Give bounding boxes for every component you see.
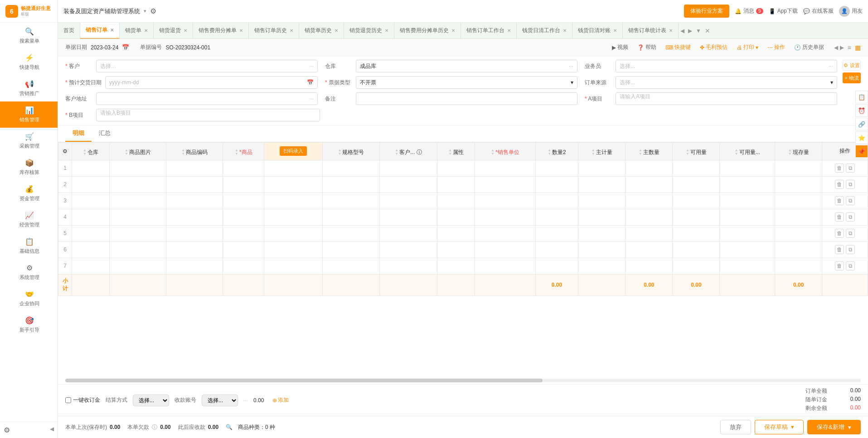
sidebar-item-search[interactable]: 🔍 搜索菜单 — [0, 23, 58, 49]
col-stock[interactable]: ▲▼ 现存量 — [775, 143, 822, 160]
tab-order-history[interactable]: 销售订单历史 ✕ — [249, 23, 299, 39]
sidebar-item-finance[interactable]: 💰 资金管理 — [0, 180, 58, 207]
delete-row-icon[interactable]: 🗑 — [835, 180, 844, 189]
col-main-qty[interactable]: ▲▼ 主数量 — [626, 143, 673, 160]
rf-btn-1[interactable]: 📋 — [855, 91, 868, 103]
sidebar-item-collab[interactable]: 🤝 企业协同 — [0, 285, 58, 312]
system-name-chevron[interactable]: ▾ — [144, 8, 146, 14]
data-cell[interactable] — [166, 241, 223, 258]
scan-button[interactable]: 扫码录入 — [280, 146, 307, 156]
col-scan[interactable]: 扫码录入 — [264, 143, 323, 160]
data-cell[interactable] — [475, 193, 536, 209]
data-cell[interactable] — [578, 160, 626, 176]
tab-fee-history[interactable]: 销售费用分摊单历史 ✕ — [394, 23, 461, 39]
rf-btn-2[interactable]: ⏰ — [855, 104, 868, 117]
plan-button[interactable]: 体验行业方案 — [684, 5, 729, 18]
col-customer-code[interactable]: ▲▼ 客户... ⓘ — [379, 143, 437, 160]
action-print[interactable]: 🖨 打印 ▾ — [734, 43, 761, 52]
col-image[interactable]: ▲▼ 商品图片 — [109, 143, 166, 160]
sidebar-item-operations[interactable]: 📈 经营管理 — [0, 207, 58, 233]
payment-method-select[interactable]: 选择... — [133, 395, 169, 406]
data-cell[interactable] — [720, 209, 775, 225]
data-cell[interactable] — [475, 258, 536, 274]
tab-close-icon[interactable]: ✕ — [563, 28, 567, 33]
tab-return-history[interactable]: 销货退货历史 ✕ — [344, 23, 394, 39]
data-cell[interactable] — [437, 241, 475, 258]
data-cell[interactable] — [437, 225, 475, 241]
data-cell[interactable] — [775, 160, 822, 176]
data-cell[interactable] — [379, 225, 437, 241]
tab-summary[interactable]: 汇总 — [92, 125, 118, 142]
data-cell[interactable] — [535, 258, 578, 274]
data-cell[interactable] — [578, 176, 626, 193]
col-product[interactable]: ▲▼ *商品 — [223, 143, 264, 160]
data-cell[interactable] — [673, 209, 720, 225]
sidebar-collapse-icon[interactable]: ◀ — [50, 426, 54, 434]
data-cell[interactable] — [72, 193, 110, 209]
data-cell[interactable] — [578, 193, 626, 209]
add-payment-button[interactable]: ⊕ 添加 — [272, 396, 289, 404]
data-cell[interactable] — [379, 193, 437, 209]
data-cell[interactable] — [673, 193, 720, 209]
invoice-select[interactable]: 不开票 ▾ — [356, 76, 577, 89]
user-avatar[interactable]: 👤 用友 — [839, 6, 863, 17]
data-cell[interactable] — [626, 209, 673, 225]
tab-close-icon[interactable]: ✕ — [451, 28, 455, 33]
data-cell[interactable] — [72, 241, 110, 258]
col-attr[interactable]: ▲▼ 属性 — [437, 143, 475, 160]
col-qty2[interactable]: ▲▼ 数量2 — [535, 143, 578, 160]
calendar-icon[interactable]: 📅 — [122, 44, 129, 51]
data-cell[interactable] — [535, 193, 578, 209]
delete-row-icon[interactable]: 🗑 — [835, 212, 844, 221]
data-cell[interactable] — [166, 176, 223, 193]
tab-daily-workbench[interactable]: 钱货日清工作台 ✕ — [517, 23, 572, 39]
action-ops[interactable]: ⋯ 操作 — [765, 43, 788, 52]
table-scrollbar[interactable] — [65, 379, 861, 382]
tab-close-icon[interactable]: ✕ — [144, 28, 148, 33]
sidebar-item-system[interactable]: ⚙ 系统管理 — [0, 259, 58, 285]
header-nav-prev[interactable]: ◀ — [834, 44, 838, 51]
col-avail-qty2[interactable]: ▲▼ 可用量... — [720, 143, 775, 160]
data-cell[interactable] — [437, 176, 475, 193]
data-cell[interactable] — [673, 241, 720, 258]
data-cell[interactable] — [720, 193, 775, 209]
data-cell[interactable] — [379, 209, 437, 225]
sidebar-item-inventory[interactable]: 📦 库存核算 — [0, 154, 58, 180]
data-cell[interactable] — [775, 258, 822, 274]
data-cell[interactable] — [535, 241, 578, 258]
data-cell[interactable] — [437, 193, 475, 209]
data-cell[interactable] — [720, 258, 775, 274]
delivery-input[interactable]: yyyy-mm-dd 📅 — [105, 76, 318, 89]
tab-daily-reconcile[interactable]: 钱货日清对账 ✕ — [572, 23, 623, 39]
save-new-button[interactable]: 保存&新增 ▾ — [807, 420, 861, 434]
col-warehouse[interactable]: ▲▼ 仓库 — [72, 143, 110, 160]
save-draft-chevron[interactable]: ▾ — [791, 424, 794, 430]
tab-close-icon[interactable]: ✕ — [669, 28, 673, 33]
data-cell[interactable] — [109, 258, 166, 274]
col-main-unit[interactable]: ▲▼ 主计量 — [578, 143, 626, 160]
rf-btn-5[interactable]: 📌 — [855, 145, 868, 158]
data-cell[interactable] — [323, 209, 379, 225]
data-cell[interactable] — [323, 193, 379, 209]
rf-btn-4[interactable]: ⭐ — [855, 131, 868, 144]
remark-input[interactable] — [356, 92, 577, 105]
header-nav-next[interactable]: ▶ — [840, 44, 844, 51]
tab-close-all[interactable]: ✕ — [703, 27, 712, 34]
tab-return[interactable]: 销货退货 ✕ — [154, 23, 193, 39]
sidebar-item-marketing[interactable]: 📢 营销推广 — [0, 75, 58, 101]
action-help[interactable]: ❓ 帮助 — [635, 43, 659, 52]
tab-close-icon[interactable]: ✕ — [110, 28, 114, 33]
col-gear[interactable]: ⚙ — [58, 143, 72, 160]
sidebar-item-nav[interactable]: ⚡ 快捷导航 — [0, 49, 58, 75]
tab-bill-history[interactable]: 销货单历史 ✕ — [299, 23, 344, 39]
data-cell[interactable] — [223, 258, 264, 274]
tab-close-icon[interactable]: ✕ — [290, 28, 293, 33]
app-download-icon[interactable]: 📱 App下载 — [769, 7, 798, 15]
data-cell[interactable] — [578, 241, 626, 258]
data-cell[interactable] — [720, 225, 775, 241]
data-cell[interactable] — [166, 225, 223, 241]
data-cell[interactable] — [475, 225, 536, 241]
data-cell[interactable] — [475, 209, 536, 225]
data-cell[interactable] — [626, 176, 673, 193]
data-cell[interactable] — [109, 176, 166, 193]
